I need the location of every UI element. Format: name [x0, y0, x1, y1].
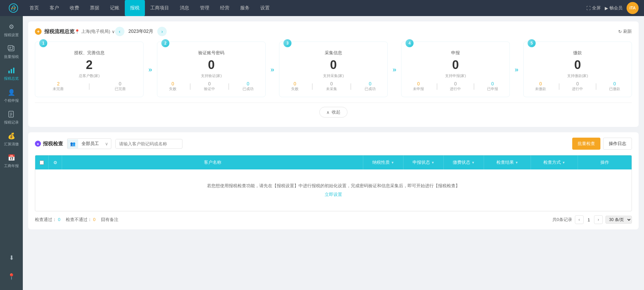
nav-business[interactable]: 工商项目 — [145, 0, 174, 16]
employee-filter-icon: 👥 — [67, 139, 78, 148]
current-page: 1 — [586, 217, 591, 222]
step-stat-incomplete[interactable]: 2 未完善 — [53, 81, 64, 91]
stat-label-reported: 已申报 — [487, 86, 498, 91]
stat-divider-5a: | — [558, 82, 560, 90]
th-check-result[interactable]: 检查结果 ▼ — [484, 155, 531, 169]
chevron-down-icon: ∨ — [112, 29, 115, 34]
location-selector[interactable]: 📍 上海(电子税局) ∨ — [74, 28, 115, 34]
step-title-2: 验证账号密码 — [163, 50, 260, 56]
sidebar-item-tax-settings[interactable]: ⚙ 报税设置 — [0, 19, 23, 41]
sidebar-item-tax-overview[interactable]: 报税总览 — [0, 62, 23, 84]
filter-icon-payment-status: ▼ — [472, 161, 475, 164]
th-check-method[interactable]: 检查方式 ▼ — [531, 155, 578, 169]
step-count-3: 0 — [285, 58, 382, 72]
sidebar-item-tax-records[interactable]: 报税记录 — [0, 106, 23, 128]
sidebar-item-location[interactable]: 📍 — [0, 269, 23, 286]
step-number-1: 1 — [39, 39, 47, 47]
step-stat-paid[interactable]: 0 已缴款 — [609, 81, 620, 91]
th-report-status[interactable]: 申报状态 ▼ — [404, 155, 444, 169]
sidebar-item-personal-tax[interactable]: 👤 个税申报 — [0, 84, 23, 106]
stat-val-paying: 0 — [576, 81, 579, 86]
check-actions: 批量检查 操作日志 — [572, 138, 632, 150]
step-stat-uncollected[interactable]: 0 未采集 — [326, 81, 337, 91]
step-stat-complete[interactable]: 0 已完善 — [115, 81, 126, 91]
refresh-button[interactable]: ↻ 刷新 — [618, 28, 632, 34]
next-page-button[interactable]: › — [594, 215, 603, 224]
nav-message[interactable]: 消息 — [174, 0, 195, 16]
step-stat-unpaid[interactable]: 0 未缴款 — [535, 81, 546, 91]
sidebar-item-download[interactable]: ⬇ — [0, 250, 23, 267]
step-stat-reporting[interactable]: 0 进行中 — [450, 81, 461, 91]
footer-left: 检查通过： 0 检查不通过： 0 囧有备注 — [35, 217, 118, 223]
step-stat-fail-2[interactable]: 0 失败 — [169, 81, 176, 91]
nav-fee[interactable]: 收费 — [64, 0, 85, 16]
prev-month-button[interactable]: ‹ — [115, 27, 124, 36]
member-button[interactable]: ▶ 畅会员 — [605, 5, 623, 11]
step-stat-verifying[interactable]: 0 验证中 — [204, 81, 215, 91]
chevron-up-icon: ∧ — [326, 110, 330, 115]
th-tax-type[interactable]: 纳税性质 ▼ — [363, 155, 404, 169]
stat-divider-4b: | — [473, 82, 475, 90]
search-button[interactable]: 🔍 — [179, 139, 182, 148]
search-input[interactable] — [116, 139, 179, 148]
download-icon: ⬇ — [7, 253, 16, 263]
location-text: 上海(电子税局) — [81, 28, 110, 34]
th-checkbox[interactable] — [35, 155, 49, 169]
nav-invoice[interactable]: 票据 — [85, 0, 105, 16]
select-all-checkbox[interactable] — [40, 160, 44, 165]
nav-service[interactable]: 服务 — [235, 0, 255, 16]
empty-text: 若您想使用报税检查功能，请先在【报税设置】中进行报税的初始化设置，完成密码验证和… — [207, 183, 460, 189]
nav-settings[interactable]: 设置 — [255, 0, 275, 16]
top-navigation: 首页 客户 收费 票据 记账 报税 工商项目 消息 管理 经营 服务 设置 ⛶ … — [0, 0, 644, 16]
sidebar-item-batch-tax[interactable]: 批量报税 — [0, 41, 23, 62]
nav-operation[interactable]: 经营 — [215, 0, 235, 16]
step-stat-success-2[interactable]: 0 已成功 — [243, 81, 254, 91]
nav-manage[interactable]: 管理 — [195, 0, 215, 16]
filter-icon-report-status: ▼ — [431, 161, 435, 164]
total-records: 共0条记录 — [552, 217, 572, 223]
setting-link[interactable]: 立即设置 — [325, 192, 342, 198]
stat-divider: | — [88, 82, 90, 90]
svg-rect-8 — [13, 68, 14, 73]
th-client-name-text: 客户名称 — [204, 159, 221, 165]
th-payment-status-text: 缴费状态 — [453, 159, 470, 165]
step-stat-paying[interactable]: 0 进行中 — [572, 81, 583, 91]
logo[interactable] — [5, 0, 21, 16]
nav-client[interactable]: 客户 — [44, 0, 64, 16]
batch-check-button[interactable]: 批量检查 — [572, 138, 600, 150]
nav-accounting[interactable]: 记账 — [105, 0, 125, 16]
operation-log-button[interactable]: 操作日志 — [603, 138, 632, 150]
nav-tax[interactable]: 报税 — [125, 0, 145, 16]
table-body: 若您想使用报税检查功能，请先在【报税设置】中进行报税的初始化设置，完成密码验证和… — [35, 169, 632, 211]
th-payment-status[interactable]: 缴费状态 ▼ — [444, 155, 484, 169]
nav-home[interactable]: 首页 — [24, 0, 44, 16]
th-report-status-text: 申报状态 — [413, 159, 430, 165]
step-stat-unreported[interactable]: 0 未申报 — [413, 81, 424, 91]
sidebar-item-annual-report[interactable]: 📅 工商年报 — [0, 150, 23, 171]
prev-page-button[interactable]: ‹ — [575, 215, 584, 224]
employee-filter[interactable]: 👥 全部员工 ∨ — [67, 138, 111, 149]
sidebar-bottom: ⬇ 📍 — [0, 250, 23, 290]
step-stat-success-3[interactable]: 0 已成功 — [365, 81, 376, 91]
nav-menu: 首页 客户 收费 票据 记账 报税 工商项目 消息 管理 经营 服务 设置 — [24, 0, 586, 16]
per-page-select[interactable]: 30 条/页 — [605, 216, 632, 224]
step-subtitle-5: 支持缴款(家) — [529, 73, 626, 78]
step-stat-reported[interactable]: 0 已申报 — [487, 81, 498, 91]
collapse-bar: ∧ 收起 — [35, 102, 632, 122]
next-month-button[interactable]: › — [157, 27, 167, 36]
user-avatar[interactable]: iTA — [627, 2, 639, 14]
fullscreen-button[interactable]: ⛶ 全屏 — [586, 5, 601, 11]
sidebar-item-annual-settlement[interactable]: 💰 汇算清缴 — [0, 128, 23, 150]
tax-settings-icon: ⚙ — [7, 22, 16, 31]
th-settings[interactable]: ⚙ — [49, 155, 62, 169]
pass-label: 检查通过： 0 — [35, 217, 60, 223]
collapse-button[interactable]: ∧ 收起 — [319, 107, 347, 118]
stat-val-success-2: 0 — [247, 81, 249, 86]
step-stat-fail-3[interactable]: 0 失败 — [291, 81, 299, 91]
fail-count[interactable]: 0 — [93, 217, 95, 222]
step-stats-4: 0 未申报 | 0 进行中 | 0 已申报 — [407, 81, 504, 91]
step-number-4: 4 — [406, 39, 414, 47]
pass-count[interactable]: 0 — [58, 217, 60, 222]
step-number-3: 3 — [283, 39, 291, 47]
stat-label-fail-2: 失败 — [169, 86, 176, 91]
